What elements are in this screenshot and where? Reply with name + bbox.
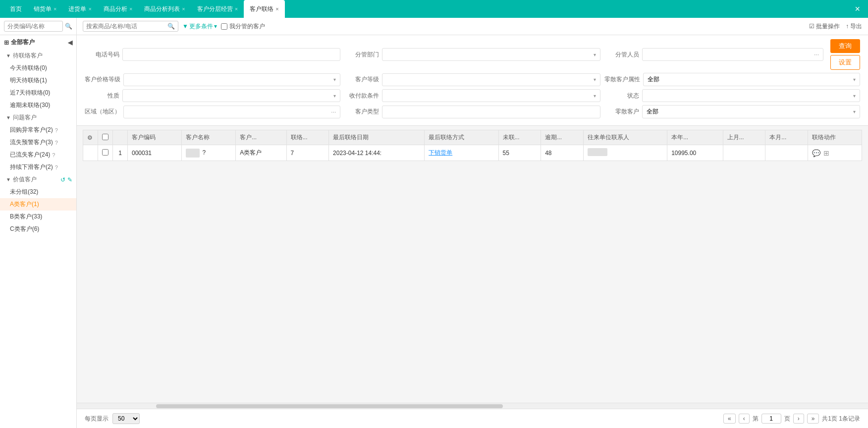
last-month-header: 上月... (723, 130, 765, 145)
caret-icon: ▾ (214, 23, 217, 30)
export-btn[interactable]: ↑ 导出 (846, 22, 862, 31)
refresh-icon[interactable]: ↺ (60, 176, 65, 183)
churn-warning[interactable]: 流失预警客户(3) ? (0, 136, 76, 149)
declining[interactable]: 持续下滑客户(2) ? (0, 161, 76, 173)
person-input[interactable]: ··· (642, 48, 823, 61)
table-header-row: ⚙ 客户编码 客户名称 客户... 联络... 最后联络日期 最后联络方式 未联… (83, 130, 862, 145)
region-field: 区域（地区） ··· (85, 105, 340, 118)
horizontal-scrollbar[interactable] (77, 403, 868, 409)
unclassified[interactable]: 未分组(32) (0, 186, 76, 198)
close-purchase-order[interactable]: × (88, 6, 91, 12)
nav-sales-order[interactable]: 销货单 × (28, 0, 62, 18)
my-customers-checkbox[interactable]: 我分管的客户 (221, 22, 265, 31)
value-customers-group[interactable]: ▼ 价值客户 ↺ ✎ (0, 173, 76, 186)
grid-action-icon[interactable]: ⊞ (823, 149, 829, 157)
repurchase-abnormal[interactable]: 回购异常客户(2) ? (0, 124, 76, 136)
customer-level-label: 客户等级 (344, 75, 379, 84)
all-customers-header[interactable]: ⊞ 全部客户 ◀ (0, 35, 76, 50)
row-this-year: 10995.00 (667, 145, 723, 161)
dept-select[interactable]: ▾ (382, 48, 600, 61)
customer-type-input[interactable] (382, 106, 600, 118)
customer-level-field: 客户等级 ▾ (344, 73, 600, 86)
week-pending[interactable]: 近7天待联络(0) (0, 87, 76, 99)
message-icon[interactable]: 💬 (812, 149, 820, 157)
status-label: 状态 (604, 92, 639, 100)
settings-btn[interactable]: 设置 (830, 55, 860, 70)
close-customer-segment[interactable]: × (235, 6, 238, 12)
close-product-analysis-list[interactable]: × (182, 6, 185, 12)
name-column-header: 客户名称 (182, 130, 236, 145)
search-icon[interactable]: 🔍 (167, 23, 175, 30)
nav-purchase-order[interactable]: 进货单 × (62, 0, 97, 18)
class-a-customers[interactable]: A类客户(1) (0, 198, 76, 211)
search-input[interactable] (86, 23, 165, 30)
page-size-select[interactable]: 50 20 100 (112, 413, 140, 424)
row-code[interactable]: 000031 (128, 145, 182, 161)
row-last-contact-method[interactable]: 下销货单 (425, 145, 498, 161)
overdue-contact[interactable]: 逾期未联络(30) (0, 99, 76, 111)
class-b-customers[interactable]: B类客户(33) (0, 211, 76, 223)
collapse-icon[interactable]: ◀ (68, 39, 72, 46)
row-select-checkbox[interactable] (102, 149, 108, 156)
phone-field: 电话号码 (85, 39, 340, 70)
close-product-analysis[interactable]: × (129, 6, 132, 12)
pending-contact-group[interactable]: ▼ 待联络客户 (0, 50, 76, 62)
st-caret: ▾ (853, 93, 856, 99)
checkbox-column-header[interactable] (98, 130, 113, 145)
today-pending[interactable]: 今天待联络(0) (0, 62, 76, 74)
nav-product-analysis[interactable]: 商品分析 × (98, 0, 138, 18)
close-all-tabs[interactable]: × (851, 2, 864, 16)
prev-page-btn[interactable]: ‹ (739, 414, 750, 424)
filter-icon: ▼ (182, 23, 188, 30)
row-seq: 1 (113, 145, 128, 161)
search-box[interactable]: 🔍 (83, 21, 178, 32)
not-contacted-header: 未联... (498, 130, 541, 145)
scroll-thumb[interactable] (156, 404, 503, 408)
next-page-btn[interactable]: › (793, 414, 804, 424)
region-input[interactable]: ··· (123, 106, 340, 118)
sidebar-search-input[interactable] (4, 21, 63, 32)
gear-column-header[interactable]: ⚙ (83, 130, 98, 145)
main-layout: 🔍 ⊞ 全部客户 ◀ ▼ 待联络客户 今天待联络(0) 明天待联络(1) 近7天… (0, 18, 868, 428)
last-contact-method-header: 最后联络方式 (425, 130, 498, 145)
last-page-btn[interactable]: » (807, 414, 819, 424)
retail-attr-select[interactable]: 全部 ▾ (643, 73, 860, 86)
nav-product-analysis-list[interactable]: 商品分析列表 × (138, 0, 191, 18)
nature-select[interactable]: ▾ (122, 89, 340, 102)
close-sales-order[interactable]: × (54, 6, 56, 12)
row-contact-count: 7 (286, 145, 329, 161)
retail-attr-label: 零散客户属性 (604, 75, 640, 84)
status-select[interactable]: ▾ (642, 89, 860, 102)
payment-select[interactable]: ▾ (382, 89, 600, 102)
close-customer-contact[interactable]: × (275, 6, 278, 12)
nav-customer-segment[interactable]: 客户分层经营 × (191, 0, 244, 18)
page-number-input[interactable] (761, 414, 781, 424)
select-all-checkbox[interactable] (102, 134, 108, 140)
first-page-btn[interactable]: « (723, 414, 736, 424)
retail-customer-select[interactable]: 全部 ▾ (642, 105, 860, 118)
nav-customer-contact[interactable]: 客户联络 × (244, 0, 284, 18)
class-c-customers[interactable]: C类客户(6) (0, 223, 76, 235)
churned[interactable]: 已流失客户(24) ? (0, 149, 76, 161)
sidebar-search-area: 🔍 (0, 18, 76, 35)
edit-icon[interactable]: ✎ (67, 176, 72, 183)
batch-operation-btn[interactable]: ☑ 批量操作 (809, 22, 840, 31)
top-navigation: 首页 销货单 × 进货单 × 商品分析 × 商品分析列表 × 客户分层经营 × … (0, 0, 868, 18)
sidebar-search-icon[interactable]: 🔍 (65, 23, 72, 30)
price-level-select[interactable]: ▾ (123, 73, 340, 86)
more-conditions[interactable]: ▼ 更多条件 ▾ (182, 22, 217, 31)
nature-label: 性质 (85, 92, 119, 100)
problem-customers-group[interactable]: ▼ 问题客户 (0, 111, 76, 124)
row-name[interactable]: ? (182, 145, 236, 161)
customer-table: ⚙ 客户编码 客户名称 客户... 联络... 最后联络日期 最后联络方式 未联… (83, 130, 862, 161)
query-btn[interactable]: 查询 (830, 39, 860, 53)
customer-level-select[interactable]: ▾ (382, 73, 600, 86)
pay-caret: ▾ (594, 93, 596, 99)
tomorrow-pending[interactable]: 明天待联络(1) (0, 74, 76, 87)
my-customers-check[interactable] (221, 23, 227, 30)
nav-home[interactable]: 首页 (4, 0, 28, 18)
row-checkbox[interactable] (98, 145, 113, 161)
price-level-label: 客户价格等级 (85, 75, 120, 84)
contact-count-header: 联络... (286, 130, 329, 145)
phone-input[interactable] (122, 48, 340, 61)
